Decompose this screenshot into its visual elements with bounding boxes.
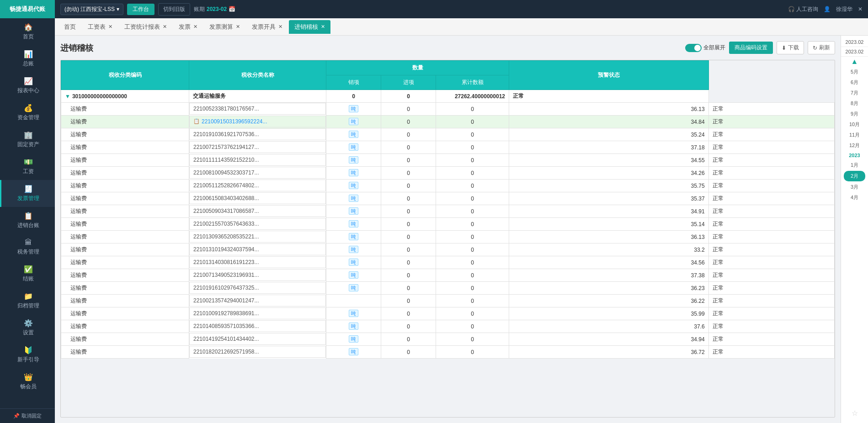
tab-close-icon[interactable]: ✕ [278, 24, 282, 30]
tab-close-icon[interactable]: ✕ [321, 24, 325, 30]
month-5[interactable]: 5月 [841, 67, 868, 77]
cell-purchase: 0 [436, 269, 509, 282]
sidebar-item-guide[interactable]: 🔰 新手引导 [0, 341, 55, 368]
month-7[interactable]: 7月 [841, 88, 868, 98]
cell-purchase: 0 [436, 154, 509, 167]
cell-tax-code: 运输费 [61, 346, 189, 359]
cell-tax-code: 运输费 [61, 154, 189, 167]
tab-home[interactable]: 首页 [59, 20, 81, 34]
tab-close-icon[interactable]: ✕ [193, 24, 197, 30]
settle-icon: ✅ [24, 265, 33, 274]
sidebar-item-member[interactable]: 👑 畅会员 [0, 368, 55, 395]
download-button[interactable]: ⬇ 下载 [777, 41, 804, 54]
workspace-button[interactable]: 工作台 [127, 4, 154, 15]
cell-purchase: 0 [436, 231, 509, 243]
cell-cumulative: 35.24 [509, 128, 709, 141]
cell-invoice-id: 22101309365208535221... [189, 231, 326, 243]
tab-salary-stats[interactable]: 工资统计报表 ✕ [119, 20, 172, 34]
table-row: 运输费22101408593571035366...吨0037.6正常 [61, 320, 835, 333]
sidebar-item-archive[interactable]: 📁 归档管理 [0, 287, 55, 314]
cell-tax-code: 运输费 [61, 333, 189, 346]
month-4[interactable]: 4月 [841, 192, 868, 203]
member-icon: 👑 [24, 373, 33, 381]
month-3[interactable]: 3月 [841, 182, 868, 192]
month-1[interactable]: 1月 [841, 160, 868, 170]
scroll-up-button[interactable]: ▲ [841, 57, 868, 67]
tab-salary-table[interactable]: 工资表 ✕ [82, 20, 118, 34]
month-6[interactable]: 6月 [841, 77, 868, 88]
tab-close-icon[interactable]: ✕ [108, 24, 112, 30]
cell-purchase: 0 [436, 320, 509, 333]
invoice-icon: 🧾 [24, 185, 33, 193]
settings-button[interactable]: 商品编码设置 [729, 42, 773, 54]
sidebar-item-purchase[interactable]: 📋 进销台账 [0, 207, 55, 234]
sidebar-item-label: 工资 [23, 168, 34, 175]
month-9[interactable]: 9月 [841, 109, 868, 119]
sidebar-item-label: 税务管理 [17, 248, 39, 256]
switch-version-button[interactable]: 切到旧版 [158, 3, 190, 16]
pin-button[interactable]: 📌 取消固定 [0, 409, 55, 423]
col-purchase: 进项 [381, 75, 436, 90]
cell-status: 正常 [509, 90, 709, 103]
sidebar-item-label: 新手引导 [17, 356, 39, 364]
table-row: 运输费22101916102976437325...吨0036.23正常 [61, 282, 835, 295]
cell-purchase: 0 [436, 256, 509, 269]
sidebar-item-funds[interactable]: 💰 资金管理 [0, 99, 55, 126]
cell-invoice-id: 22100215570357643633... [189, 218, 326, 230]
archive-icon: 📁 [24, 292, 33, 301]
sidebar-item-settle[interactable]: ✅ 结账 [0, 260, 55, 287]
cell-tag: 吨 [326, 231, 381, 243]
sidebar-item-reports[interactable]: 📈 报表中心 [0, 72, 55, 99]
cell-sales: 0 [381, 256, 436, 269]
month-2-active[interactable]: 2月 [844, 171, 865, 181]
tab-purchase-verify[interactable]: 进销稽核 ✕ [289, 20, 330, 34]
sidebar-item-tax[interactable]: 🏛 税务管理 [0, 234, 55, 260]
sidebar-item-salary[interactable]: 💵 工资 [0, 153, 55, 180]
cell-tag: 吨 [326, 333, 381, 346]
tab-invoice[interactable]: 发票 ✕ [173, 20, 203, 34]
sidebar-item-ledger[interactable]: 📊 总账 [0, 45, 55, 72]
app-logo: 畅捷通易代账 [0, 0, 55, 18]
cell-status: 正常 [708, 116, 834, 128]
calendar-icon[interactable]: 📅 [229, 6, 235, 12]
cell-invoice-id: 22100713490523196931... [189, 269, 326, 281]
table-row: 运输费22100511252826674802...吨0035.75正常 [61, 180, 835, 192]
cell-sales: 0 [381, 231, 436, 243]
tab-close-icon[interactable]: ✕ [236, 24, 240, 30]
tab-invoice-open[interactable]: 发票开具 ✕ [246, 20, 288, 34]
cell-sales: 0 [381, 192, 436, 205]
cell-tag: 吨 [326, 282, 381, 295]
support-link[interactable]: 🎧 人工咨询 [788, 5, 818, 13]
table-row: 运输费22100615083403402688...吨0035.37正常 [61, 192, 835, 205]
month-10[interactable]: 10月 [841, 119, 868, 130]
refresh-icon: ↻ [813, 45, 817, 51]
table-row: 运输费22101820212692571958...吨0036.72正常 [61, 346, 835, 359]
expand-toggle[interactable] [685, 44, 702, 52]
cell-purchase: 0 [436, 218, 509, 231]
year-2023: 2023 [841, 151, 868, 160]
close-icon[interactable]: ✕ [858, 6, 863, 12]
sidebar-item-home[interactable]: 🏠 首页 [0, 18, 55, 45]
cell-tax-code: 运输费 [61, 269, 189, 282]
sidebar-item-settings[interactable]: ⚙️ 设置 [0, 314, 55, 341]
table-row: 运输费22100523381780176567...吨0036.13正常 [61, 103, 835, 116]
company-selector[interactable]: (勿动) 江西报宝-LSS ▾ [60, 4, 123, 15]
cell-cumulative: 34.91 [509, 205, 709, 218]
tab-invoice-open-label: 发票开具 [252, 23, 276, 31]
cell-tag: 吨 [326, 180, 381, 192]
table-row: 运输费22101309365208535221...吨0036.13正常 [61, 231, 835, 243]
table-row: 运输费22100810094532303717...吨0034.26正常 [61, 167, 835, 180]
home-icon: 🏠 [24, 23, 33, 32]
col-quantity-group: 数量 [326, 61, 509, 75]
cell-tag: 吨 [326, 218, 381, 231]
salary-icon: 💵 [24, 158, 33, 166]
sidebar-item-invoice[interactable]: 🧾 发票管理 [0, 180, 55, 207]
tab-invoice-calc[interactable]: 发票测算 ✕ [204, 20, 245, 34]
refresh-button[interactable]: ↻ 刷新 [808, 41, 835, 54]
month-8[interactable]: 8月 [841, 98, 868, 109]
month-11[interactable]: 11月 [841, 130, 868, 140]
tab-close-icon[interactable]: ✕ [163, 24, 167, 30]
month-12[interactable]: 12月 [841, 140, 868, 151]
sidebar-item-fixed[interactable]: 🏢 固定资产 [0, 126, 55, 153]
download-icon: ⬇ [782, 45, 786, 51]
